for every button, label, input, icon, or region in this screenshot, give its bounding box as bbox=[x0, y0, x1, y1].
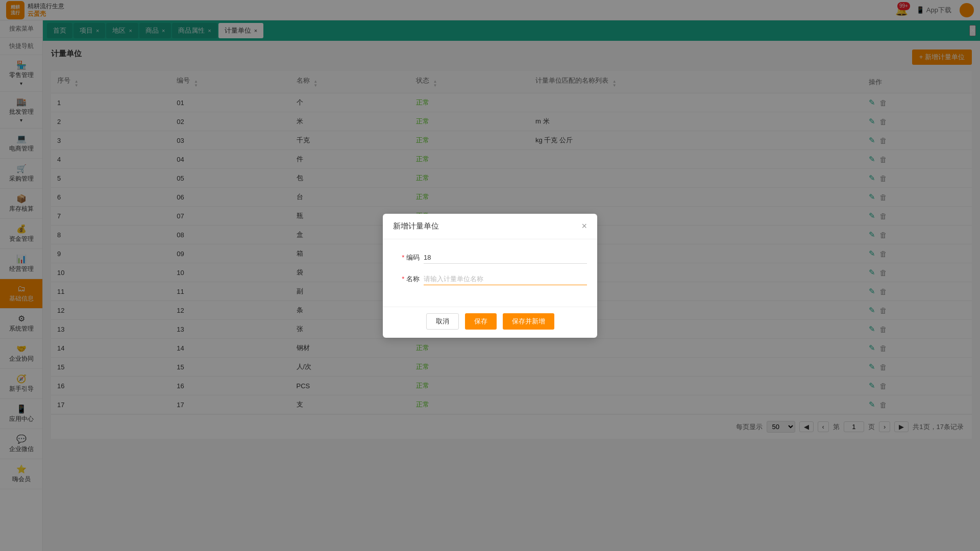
save-and-new-button[interactable]: 保存并新增 bbox=[503, 313, 554, 330]
modal-body: 编码 名称 bbox=[383, 239, 597, 307]
form-item-code: 编码 bbox=[393, 252, 587, 264]
modal-close-button[interactable]: × bbox=[581, 221, 587, 232]
form-item-name: 名称 bbox=[393, 273, 587, 285]
save-button[interactable]: 保存 bbox=[465, 313, 497, 330]
modal-footer: 取消 保存 保存并新增 bbox=[383, 307, 597, 338]
modal-overlay[interactable]: 新增计量单位 × 编码 名称 取消 保存 保存并新增 bbox=[0, 0, 980, 551]
name-label: 名称 bbox=[393, 274, 424, 284]
name-input[interactable] bbox=[424, 273, 587, 285]
cancel-button[interactable]: 取消 bbox=[426, 313, 459, 330]
code-label: 编码 bbox=[393, 253, 424, 262]
add-unit-modal: 新增计量单位 × 编码 名称 取消 保存 保存并新增 bbox=[383, 214, 597, 338]
modal-title: 新增计量单位 bbox=[393, 221, 439, 231]
code-input[interactable] bbox=[424, 252, 587, 264]
modal-header: 新增计量单位 × bbox=[383, 214, 597, 239]
